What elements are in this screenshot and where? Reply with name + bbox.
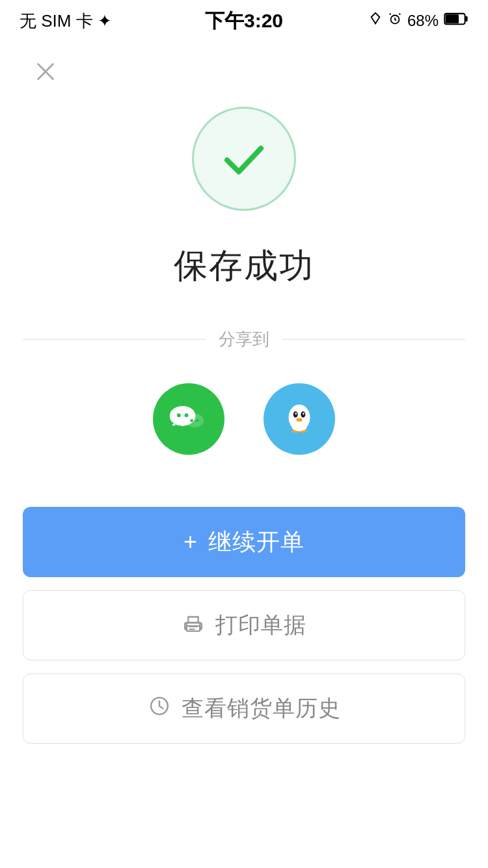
share-divider: 分享到 [23, 328, 465, 351]
success-title: 保存成功 [174, 243, 314, 289]
continue-button[interactable]: + 继续开单 [23, 507, 465, 577]
battery-text: 68% [407, 12, 439, 30]
printer-icon [182, 611, 205, 640]
print-button[interactable]: 打印单据 [23, 590, 465, 660]
main-content: 保存成功 分享到 [0, 42, 488, 744]
history-label: 查看销货单历史 [182, 694, 341, 724]
qq-icon [277, 396, 322, 442]
share-icons-row [153, 383, 335, 455]
qq-share-button[interactable] [264, 383, 335, 455]
print-label: 打印单据 [215, 610, 306, 640]
status-right: 68% [368, 12, 468, 30]
svg-point-21 [303, 413, 304, 415]
divider-line-left [23, 339, 206, 340]
svg-point-13 [196, 419, 199, 422]
svg-rect-2 [465, 16, 468, 21]
svg-point-25 [291, 422, 306, 431]
svg-point-9 [177, 413, 181, 417]
history-button[interactable]: 查看销货单历史 [23, 673, 465, 744]
svg-point-22 [296, 418, 302, 422]
status-time: 下午3:20 [205, 8, 283, 34]
status-bar: 无 SIM 卡 ✦ 下午3:20 68% [0, 0, 488, 42]
svg-point-20 [295, 413, 297, 415]
alarm-icon [388, 12, 402, 30]
plus-icon: + [183, 528, 198, 556]
wechat-share-button[interactable] [153, 383, 224, 455]
wechat-icon [166, 396, 211, 442]
success-icon-circle [192, 107, 296, 211]
check-icon [218, 133, 270, 185]
clock-icon [148, 694, 171, 723]
battery-icon [444, 12, 468, 30]
sim-text: 无 SIM 卡 ✦ [20, 10, 112, 33]
action-buttons: + 继续开单 打印单据 [23, 507, 465, 744]
continue-label: 继续开单 [208, 526, 305, 558]
status-left: 无 SIM 卡 ✦ [20, 10, 112, 33]
svg-point-11 [185, 414, 204, 427]
location-icon [368, 12, 383, 30]
svg-point-12 [190, 419, 193, 422]
svg-rect-3 [446, 14, 459, 23]
share-label: 分享到 [219, 328, 269, 351]
divider-line-right [282, 339, 465, 340]
close-button[interactable] [26, 52, 65, 91]
svg-rect-28 [189, 629, 195, 630]
